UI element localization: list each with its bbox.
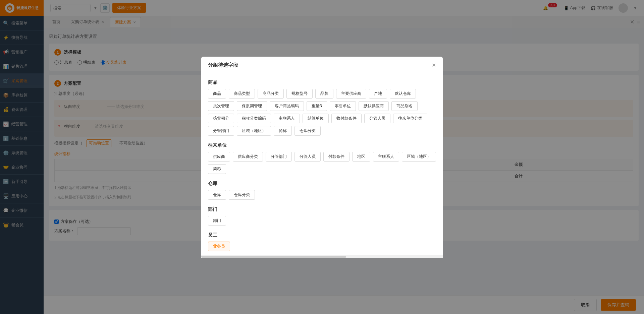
- field-tag[interactable]: 零售单位: [330, 101, 356, 111]
- field-tag[interactable]: 分管部门: [208, 126, 234, 136]
- field-tags-staff: 业务员: [208, 242, 436, 251]
- modal-close-btn[interactable]: ✕: [432, 62, 436, 68]
- field-tag[interactable]: 区域（地区）: [237, 126, 271, 136]
- field-tag[interactable]: 部门: [208, 216, 226, 226]
- field-tag[interactable]: 收付款条件: [331, 114, 362, 123]
- field-tag[interactable]: 品牌: [315, 89, 333, 99]
- field-group-partner: 往来单位 供应商 供应商分类 分管部门 分管人员 付款条件 地区 主联系人 区域…: [208, 142, 436, 174]
- field-tag[interactable]: 产地: [369, 89, 387, 99]
- modal-hscroll-thumb: [201, 256, 346, 258]
- field-tag[interactable]: 主要供应商: [336, 89, 366, 99]
- field-group-product-title: 商品: [208, 79, 436, 85]
- field-tag[interactable]: 付款条件: [323, 152, 350, 162]
- field-group-partner-title: 往来单位: [208, 142, 436, 148]
- field-tag[interactable]: 重量3: [307, 101, 327, 111]
- modal-header: 分组待选字段 ✕: [201, 57, 443, 74]
- field-tag[interactable]: 结算单位: [303, 114, 329, 123]
- field-tag[interactable]: 主联系人: [274, 114, 300, 123]
- field-group-staff-title: 员工: [208, 232, 436, 238]
- field-tag[interactable]: 分管人员: [294, 152, 321, 162]
- field-tags-warehouse: 仓库 仓库分类: [208, 190, 436, 200]
- field-tag[interactable]: 默认仓库: [390, 89, 416, 99]
- field-tag[interactable]: 默认供应商: [359, 101, 389, 111]
- modal-title: 分组待选字段: [208, 62, 238, 68]
- field-group-warehouse-title: 仓库: [208, 181, 436, 187]
- field-tag[interactable]: 往来单位分类: [393, 114, 427, 123]
- field-tag[interactable]: 拣货积分: [208, 114, 234, 123]
- field-group-dept-title: 部门: [208, 206, 436, 212]
- field-group-staff: 员工 业务员: [208, 232, 436, 251]
- field-tag[interactable]: 主联系人: [373, 152, 399, 162]
- field-tag[interactable]: 分管人员: [364, 114, 390, 123]
- field-tag[interactable]: 供应商: [208, 152, 230, 162]
- modal-body: 商品 商品 商品类型 商品分类 规格型号 品牌 主要供应商 产地 默认仓库 批次…: [201, 74, 443, 255]
- field-tag[interactable]: 商品分类: [258, 89, 284, 99]
- field-tag[interactable]: 仓库分类: [294, 126, 321, 136]
- field-tag[interactable]: 规格型号: [286, 89, 313, 99]
- field-tag[interactable]: 保质期管理: [237, 101, 267, 111]
- field-tag-sales[interactable]: 业务员: [208, 242, 230, 251]
- field-tag[interactable]: 客户商品编码: [270, 101, 304, 111]
- field-tag[interactable]: 税收分类编码: [237, 114, 271, 123]
- field-tag[interactable]: 分管部门: [266, 152, 292, 162]
- field-tag[interactable]: 供应商分类: [233, 152, 263, 162]
- field-tag[interactable]: 简称: [208, 164, 226, 174]
- field-tags-product: 商品 商品类型 商品分类 规格型号 品牌 主要供应商 产地 默认仓库 批次管理 …: [208, 89, 436, 136]
- field-tag[interactable]: 批次管理: [208, 101, 234, 111]
- field-tag[interactable]: 地区: [352, 152, 370, 162]
- modal: 分组待选字段 ✕ 商品 商品 商品类型 商品分类 规格型号 品牌 主要供应商 产…: [201, 57, 443, 258]
- field-tag[interactable]: 简称: [274, 126, 292, 136]
- field-tag[interactable]: 商品: [208, 89, 226, 99]
- field-tag[interactable]: 仓库分类: [229, 190, 255, 200]
- field-group-dept: 部门 部门: [208, 206, 436, 226]
- field-tags-dept: 部门: [208, 216, 436, 226]
- field-tag[interactable]: 区域（地区）: [402, 152, 436, 162]
- field-tag[interactable]: 仓库: [208, 190, 226, 200]
- field-group-warehouse: 仓库 仓库 仓库分类: [208, 181, 436, 200]
- field-tag[interactable]: 商品别名: [391, 101, 418, 111]
- field-tags-partner: 供应商 供应商分类 分管部门 分管人员 付款条件 地区 主联系人 区域（地区） …: [208, 152, 436, 174]
- field-tag[interactable]: 商品类型: [229, 89, 255, 99]
- field-group-product: 商品 商品 商品类型 商品分类 规格型号 品牌 主要供应商 产地 默认仓库 批次…: [208, 79, 436, 136]
- modal-hscroll[interactable]: [201, 255, 443, 257]
